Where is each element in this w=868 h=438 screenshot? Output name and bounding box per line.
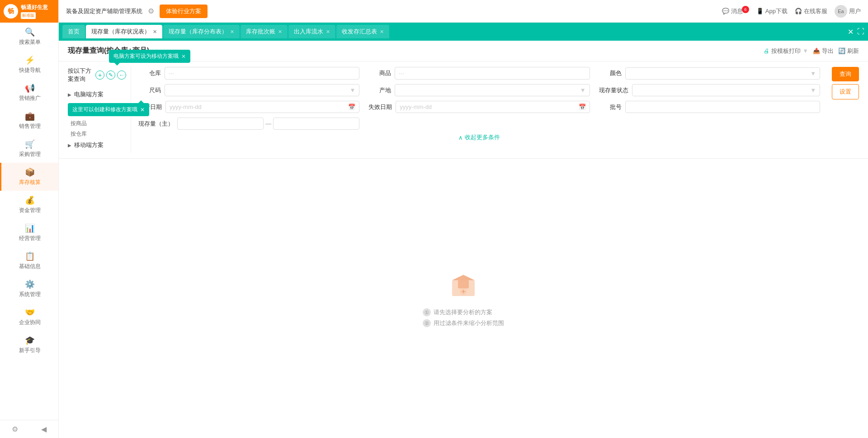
online-service-btn[interactable]: 🎧 在线客服 [795, 7, 827, 15]
filter-row-warehouse: 仓库 ··· [138, 67, 359, 80]
warehouse-label: 仓库 [138, 69, 161, 77]
home-tab-label: 首页 [68, 28, 80, 36]
product-select[interactable]: ··· [395, 67, 590, 80]
tab-home[interactable]: 首页 [62, 25, 85, 38]
filter-header: 按以下方案查询 + ✎ ← 电脑方案可设为移动方案哦 ✕ [68, 67, 126, 83]
industry-plan-btn[interactable]: 体验行业方案 [160, 5, 208, 18]
prod-date-start[interactable]: yyyy-mm-dd 📅 [165, 101, 359, 113]
avatar: Ea [835, 5, 847, 18]
tab-recv-send[interactable]: 收发存汇总表 ✕ [336, 25, 389, 38]
filter-add-btn[interactable]: + [95, 71, 104, 80]
schema-group-mobile-header[interactable]: ▶ 移动端方案 [68, 139, 126, 151]
size-select[interactable]: ▼ [165, 84, 359, 96]
schema-group-desktop-header[interactable]: ▶ 电脑端方案 [68, 89, 126, 100]
header: 装备及固定资产辅助管理系统 ⚙ 体验行业方案 💬 消息 6 📱 App下载 🎧 … [59, 0, 868, 23]
sales-icon: 💼 [25, 111, 35, 121]
stock-status-select[interactable]: ▼ [632, 84, 820, 96]
app-download-btn[interactable]: 📱 App下载 [756, 7, 788, 15]
color-label: 颜色 [599, 69, 622, 77]
sidebar-item-marketing[interactable]: 📢 营销推广 [0, 79, 58, 107]
export-icon: 📤 [813, 47, 820, 54]
tab-in-out-flow[interactable]: 出入库流水 ✕ [288, 25, 335, 38]
print-icon: 🖨 [764, 47, 769, 54]
tab-close-all-btn[interactable]: ✕ [848, 28, 854, 36]
tab-expand-btn[interactable]: ⛶ [857, 28, 864, 36]
finance-icon: 💰 [25, 195, 35, 205]
tabs-bar: 首页 现存量（库存状况表） ✕ 现存量（库存分布表） ✕ 库存批次账 ✕ 出入库… [59, 23, 868, 41]
tab-close-stock-status[interactable]: ✕ [153, 29, 157, 35]
header-right: 💬 消息 6 📱 App下载 🎧 在线客服 Ea 用户 [722, 5, 861, 18]
sidebar-item-search[interactable]: 🔍 搜索菜单 [0, 23, 58, 51]
filter-row-stock-status: 现存量状态 ▼ [599, 84, 820, 96]
settings-footer-btn[interactable]: ⚙ [12, 425, 18, 433]
empty-state: ① 请先选择要分析的方案 ② 用过滤条件来缩小分析范围 [59, 159, 868, 438]
tab-close-stock-batch[interactable]: ✕ [278, 29, 282, 35]
filter-row-expiry-date: 失效日期 yyyy-mm-dd 📅 [368, 101, 590, 113]
refresh-btn[interactable]: 🔄 刷新 [838, 47, 859, 55]
sidebar-item-basic[interactable]: 📋 基础信息 [0, 247, 58, 275]
size-chevron: ▼ [349, 87, 355, 94]
color-select[interactable]: ▼ [625, 67, 820, 80]
content-actions: 🖨 按模板打印 ▼ 📤 导出 🔄 刷新 [764, 47, 859, 55]
header-left: 装备及固定资产辅助管理系统 ⚙ 体验行业方案 [66, 5, 208, 18]
stock-dist-label: 现存量（库存分布表） [169, 28, 227, 36]
schema-expand-icon: ▶ [68, 92, 71, 97]
sidebar-item-purchase[interactable]: 🛒 采购管理 [0, 135, 58, 163]
warehouse-dots: ··· [169, 70, 174, 77]
filter-row-origin: 产地 ▼ [368, 84, 590, 96]
gear-icon[interactable]: ⚙ [148, 7, 154, 15]
tab-stock-status[interactable]: 现存量（库存状况表） ✕ [86, 25, 162, 38]
calendar-icon: 📅 [348, 104, 355, 110]
message-badge: 6 [742, 6, 749, 13]
filter-collapse-btn[interactable]: ∧ 收起更多条件 [138, 130, 820, 145]
print-btn[interactable]: 🖨 按模板打印 ▼ [764, 47, 808, 55]
tab-close-recv-send[interactable]: ✕ [380, 29, 384, 35]
sidebar-item-quicknav[interactable]: ⚡ 快捷导航 [0, 51, 58, 79]
schema-item-by-product[interactable]: 按商品 [68, 118, 126, 129]
stock-amount-start[interactable] [177, 118, 264, 130]
stock-amount-end[interactable] [273, 118, 359, 130]
chevron-up-icon: ∧ [458, 134, 463, 141]
tab-stock-dist[interactable]: 现存量（库存分布表） ✕ [163, 25, 240, 38]
stock-amount-label: 现存量（主） [138, 120, 174, 128]
filter-arrow-btn[interactable]: ← [117, 71, 126, 80]
sidebar: 畅 畅通好生意 标准版 🔍 搜索菜单 ⚡ 快捷导航 📢 营销推广 💼 销售管理 … [0, 0, 59, 438]
sidebar-item-inventory[interactable]: 📦 库存核算 [0, 163, 58, 191]
range-separator: — [265, 120, 271, 127]
reset-btn[interactable]: 设置 [832, 84, 859, 99]
svg-rect-2 [458, 280, 469, 288]
filter-fields-area: 仓库 ··· 商品 ··· [138, 67, 820, 145]
message-btn[interactable]: 💬 消息 6 [722, 7, 749, 15]
search-btn[interactable]: 查询 [832, 67, 859, 81]
warehouse-select[interactable]: ··· [165, 67, 359, 80]
tab-stock-batch[interactable]: 库存批次账 ✕ [241, 25, 288, 38]
refresh-icon: 🔄 [838, 47, 845, 54]
sidebar-footer: ⚙ ◀ [0, 420, 58, 438]
origin-chevron: ▼ [580, 87, 586, 94]
sidebar-item-enterprise[interactable]: 🤝 企业协同 [0, 303, 58, 331]
operations-icon: 📊 [25, 223, 35, 233]
tab-close-stock-dist[interactable]: ✕ [230, 29, 234, 35]
schema-item-by-warehouse[interactable]: 按仓库 [68, 129, 126, 139]
stock-status-label: 现存量状态 [599, 86, 628, 94]
collapse-sidebar-btn[interactable]: ◀ [41, 425, 47, 433]
filter-edit-btn[interactable]: ✎ [106, 71, 115, 80]
sidebar-item-operations[interactable]: 📊 经营管理 [0, 219, 58, 247]
system-icon: ⚙️ [25, 279, 35, 289]
size-label: 尺码 [138, 86, 161, 94]
filter-label: 按以下方案查询 [68, 67, 92, 83]
sidebar-item-guide[interactable]: 🎓 新手引导 [0, 331, 58, 359]
origin-select[interactable]: ▼ [395, 84, 590, 96]
export-btn[interactable]: 📤 导出 [813, 47, 834, 55]
user-btn[interactable]: Ea 用户 [835, 5, 861, 18]
tooltip1-close[interactable]: ✕ [181, 53, 186, 60]
sidebar-item-system[interactable]: ⚙️ 系统管理 [0, 275, 58, 303]
sidebar-item-finance[interactable]: 💰 资金管理 [0, 191, 58, 219]
batch-input[interactable] [625, 101, 820, 113]
schema-panel: 按以下方案查询 + ✎ ← 电脑方案可设为移动方案哦 ✕ [68, 67, 131, 153]
sidebar-item-sales[interactable]: 💼 销售管理 [0, 107, 58, 135]
tooltip2-close[interactable]: ✕ [140, 107, 145, 113]
expiry-date-start[interactable]: yyyy-mm-dd 📅 [396, 101, 590, 113]
tab-close-in-out-flow[interactable]: ✕ [326, 29, 330, 35]
main-area: 装备及固定资产辅助管理系统 ⚙ 体验行业方案 💬 消息 6 📱 App下载 🎧 … [59, 0, 868, 438]
